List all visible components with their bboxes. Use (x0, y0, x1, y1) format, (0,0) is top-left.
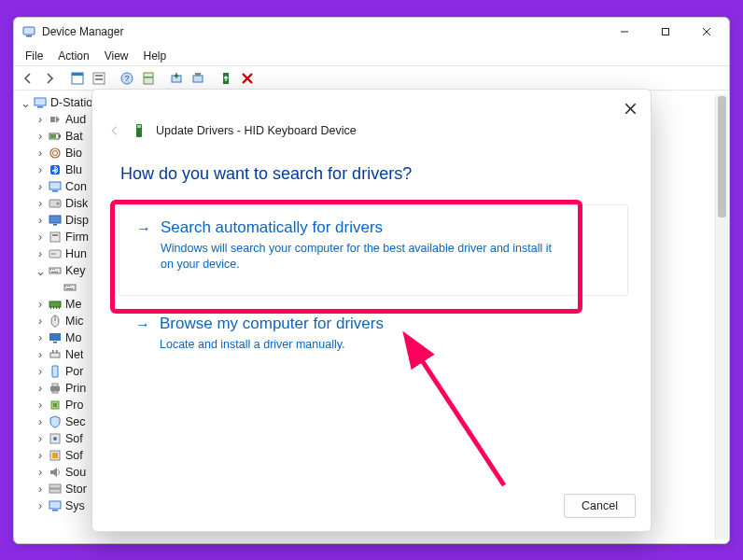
svg-rect-56 (49, 333, 61, 341)
update-drivers-dialog: Update Drivers - HID Keyboard Device How… (91, 89, 652, 532)
menu-file[interactable]: File (18, 48, 50, 64)
svg-rect-48 (66, 288, 73, 289)
svg-rect-62 (50, 386, 60, 391)
svg-rect-10 (95, 78, 103, 80)
svg-rect-63 (52, 384, 58, 386)
svg-point-25 (50, 148, 60, 158)
svg-rect-72 (49, 489, 61, 493)
svg-rect-34 (50, 232, 60, 242)
arrow-right-icon: → (136, 218, 151, 273)
svg-rect-64 (52, 391, 58, 393)
svg-rect-51 (53, 307, 54, 309)
svg-rect-20 (37, 106, 43, 108)
menu-help[interactable]: Help (136, 48, 175, 64)
svg-rect-35 (52, 234, 58, 236)
titlebar: Device Manager (14, 18, 729, 46)
app-icon (21, 24, 36, 39)
back-button[interactable] (18, 68, 38, 89)
enable-icon[interactable] (216, 68, 236, 89)
option-search-automatically[interactable]: → Search automatically for drivers Windo… (119, 204, 628, 296)
options-icon[interactable] (89, 68, 109, 89)
svg-rect-58 (50, 353, 60, 357)
svg-rect-61 (52, 366, 58, 377)
svg-rect-9 (95, 75, 103, 77)
svg-rect-49 (49, 301, 61, 307)
svg-rect-46 (67, 286, 68, 287)
svg-point-68 (53, 437, 57, 441)
scrollbar-thumb[interactable] (718, 96, 726, 217)
dialog-question: How do you want to search for drivers? (120, 164, 628, 184)
scan-icon[interactable] (138, 68, 159, 89)
window-title: Device Manager (42, 25, 604, 38)
svg-rect-28 (49, 182, 61, 189)
svg-rect-1 (26, 35, 32, 37)
arrow-right-icon: → (135, 315, 150, 353)
svg-rect-21 (50, 117, 55, 122)
svg-rect-29 (52, 190, 58, 192)
device-icon (132, 123, 147, 138)
dialog-body: How do you want to search for drivers? →… (119, 161, 628, 483)
svg-rect-42 (54, 269, 55, 270)
svg-rect-13 (144, 73, 153, 84)
svg-rect-19 (35, 98, 46, 105)
uninstall-icon[interactable] (188, 68, 208, 89)
minimize-button[interactable] (604, 18, 645, 46)
svg-rect-78 (137, 125, 141, 128)
svg-rect-33 (53, 224, 57, 226)
option-title: Search automatically for drivers (161, 218, 553, 237)
svg-rect-60 (56, 350, 58, 353)
svg-rect-39 (49, 268, 61, 273)
menu-view[interactable]: View (97, 48, 136, 64)
svg-rect-23 (59, 135, 61, 138)
svg-rect-32 (49, 216, 61, 223)
menu-action[interactable]: Action (50, 48, 96, 64)
svg-rect-16 (193, 76, 203, 82)
menubar: File Action View Help (14, 46, 729, 66)
update-driver-icon[interactable] (166, 68, 187, 89)
svg-point-31 (57, 203, 60, 205)
help-icon[interactable]: ? (117, 68, 137, 89)
forward-button[interactable] (39, 68, 60, 89)
option-title: Browse my computer for drivers (160, 315, 384, 333)
svg-rect-40 (50, 269, 51, 270)
option-description: Locate and install a driver manually. (160, 337, 384, 353)
svg-rect-7 (72, 73, 83, 76)
svg-text:?: ? (124, 74, 129, 83)
svg-rect-52 (56, 307, 57, 309)
option-description: Windows will search your computer for th… (161, 241, 553, 273)
svg-rect-41 (52, 269, 53, 270)
option-browse-computer[interactable]: → Browse my computer for drivers Locate … (119, 311, 628, 358)
dialog-footer: Cancel (564, 494, 636, 518)
disable-icon[interactable] (237, 68, 258, 89)
svg-rect-14 (144, 77, 153, 78)
svg-rect-66 (53, 403, 57, 407)
maximize-button[interactable] (645, 18, 686, 46)
dialog-close-button[interactable] (619, 97, 641, 119)
svg-rect-73 (49, 501, 61, 509)
dialog-title: Update Drivers - HID Keyboard Device (156, 124, 357, 137)
scrollbar[interactable] (715, 94, 728, 539)
svg-point-26 (53, 151, 58, 156)
svg-rect-70 (52, 453, 58, 458)
svg-rect-44 (64, 285, 76, 290)
svg-rect-43 (51, 272, 58, 273)
svg-rect-24 (50, 134, 56, 138)
close-button[interactable] (686, 18, 727, 46)
svg-rect-53 (59, 307, 60, 309)
svg-rect-0 (23, 27, 35, 35)
svg-rect-50 (50, 307, 51, 309)
svg-point-37 (51, 253, 53, 255)
properties-icon[interactable] (67, 68, 88, 89)
svg-rect-59 (52, 350, 54, 353)
toolbar: ? (14, 66, 729, 91)
dialog-header: Update Drivers - HID Keyboard Device (107, 123, 357, 138)
svg-point-38 (54, 253, 56, 255)
svg-rect-57 (53, 342, 57, 343)
cancel-button[interactable]: Cancel (564, 494, 636, 518)
svg-rect-3 (663, 29, 669, 35)
svg-rect-71 (49, 484, 61, 488)
svg-rect-17 (195, 73, 201, 76)
dialog-back-button[interactable] (107, 123, 122, 138)
svg-rect-74 (52, 510, 58, 511)
svg-rect-45 (65, 286, 66, 287)
